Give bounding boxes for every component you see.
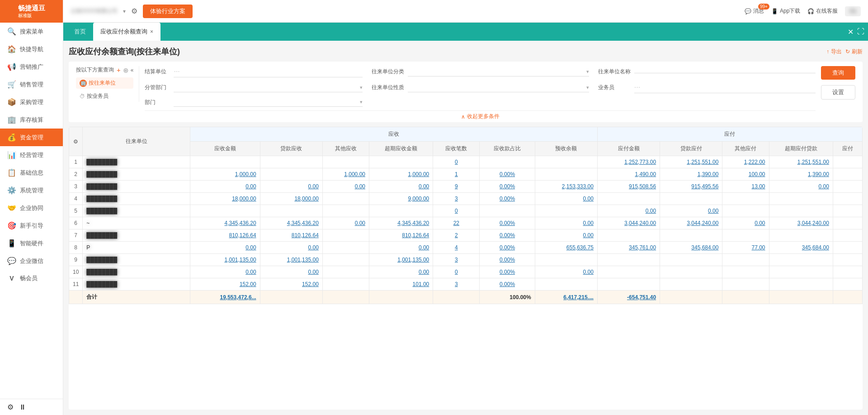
prepay-cell[interactable]: 0.00 — [535, 193, 597, 205]
refresh-button[interactable]: ↻ 刷新 — [845, 48, 863, 56]
recv-ratio-cell[interactable]: 0.00% — [480, 168, 535, 181]
recv-amount-cell[interactable]: 4,345,436.20 — [190, 217, 260, 229]
user-name[interactable]: Rit — [845, 6, 861, 16]
sidebar-item-hardware[interactable]: 📱 智能硬件 — [0, 234, 63, 252]
loan-recv-cell[interactable]: 1,001,135.00 — [260, 254, 322, 266]
loan-pay-cell[interactable]: 915,495.56 — [660, 181, 722, 193]
recv-amount-cell[interactable]: 1,000.00 — [190, 168, 260, 181]
close-window-icon[interactable]: ✕ — [848, 28, 854, 36]
scheme-salesman-item[interactable]: ⏱ 按业务员 — [76, 91, 133, 102]
other-recv-cell[interactable]: 1,000.00 — [322, 168, 369, 181]
recv-ratio-cell[interactable]: 0.00% — [480, 193, 535, 205]
tab-home[interactable]: 首页 — [67, 23, 93, 41]
recv-count-cell[interactable]: 4 — [433, 242, 480, 254]
recv-count-cell[interactable]: 3 — [433, 254, 480, 266]
other-pay-cell[interactable]: 100.00 — [722, 168, 769, 181]
prepay-cell[interactable]: 2,153,333.00 — [535, 181, 597, 193]
target-icon[interactable]: ◎ — [123, 67, 128, 73]
overdue-recv-cell[interactable]: 4,345,436.20 — [369, 217, 433, 229]
add-scheme-icon[interactable]: + — [117, 66, 121, 74]
sidebar-item-quicknav[interactable]: 🏠 快捷导航 — [0, 40, 63, 58]
other-pay-cell[interactable]: 77.00 — [722, 242, 769, 254]
sidebar-item-collab[interactable]: 🤝 企业协同 — [0, 199, 63, 217]
scheme-partner-item[interactable]: 🏢 按往来单位 — [76, 77, 133, 89]
recv-ratio-cell[interactable]: 0.00% — [480, 229, 535, 242]
sidebar-item-purchase[interactable]: 📦 采购管理 — [0, 93, 63, 111]
message-button[interactable]: 💬 消息 99+ — [745, 7, 764, 15]
sidebar-item-operations[interactable]: 📊 经营管理 — [0, 146, 63, 164]
recv-amount-cell[interactable]: 152.00 — [190, 278, 260, 291]
recv-amount-cell[interactable]: 1,001,135.00 — [190, 254, 260, 266]
recv-ratio-cell[interactable]: 0.00% — [480, 217, 535, 229]
recv-amount-cell[interactable]: 810,126.64 — [190, 229, 260, 242]
loan-pay-cell[interactable]: 345,684.00 — [660, 242, 722, 254]
recv-count-cell[interactable]: 22 — [433, 217, 480, 229]
sidebar-item-sales[interactable]: 🛒 销售管理 — [0, 76, 63, 93]
loan-pay-cell[interactable]: 1,390.00 — [660, 168, 722, 181]
footer-pay-amount[interactable]: -654,751.40 — [597, 291, 660, 304]
prepay-cell[interactable]: 0.00 — [535, 266, 597, 278]
overdue-recv-cell[interactable]: 101.00 — [369, 278, 433, 291]
loan-recv-cell[interactable]: 152.00 — [260, 278, 322, 291]
export-button[interactable]: ↑ 导出 — [826, 48, 842, 56]
settlement-unit-input[interactable]: ··· — [174, 66, 362, 77]
overdue-pay-cell[interactable]: 1,251,551.00 — [769, 156, 833, 168]
sidebar-item-marketing[interactable]: 📢 营销推广 — [0, 58, 63, 76]
dept-manager-input[interactable]: ▾ — [174, 83, 362, 92]
recv-count-cell[interactable]: 9 — [433, 181, 480, 193]
recv-amount-cell[interactable]: 0.00 — [190, 181, 260, 193]
maximize-window-icon[interactable]: ⛶ — [857, 28, 864, 36]
sidebar-item-member[interactable]: V 畅会员 — [0, 270, 63, 287]
recv-ratio-cell[interactable]: 0.00% — [480, 254, 535, 266]
recv-count-cell[interactable]: 0 — [433, 205, 480, 217]
recv-ratio-cell[interactable]: 0.00% — [480, 278, 535, 291]
partner-name-input[interactable] — [634, 70, 816, 73]
other-pay-cell[interactable]: 13.00 — [722, 181, 769, 193]
pay-amount-cell[interactable]: 345,761.00 — [597, 242, 660, 254]
settings-icon[interactable]: ⚙ — [7, 403, 14, 411]
sidebar-item-system[interactable]: ⚙️ 系统管理 — [0, 181, 63, 199]
recv-amount-cell[interactable]: 18,000.00 — [190, 193, 260, 205]
loan-recv-cell[interactable]: 0.00 — [260, 242, 322, 254]
recv-ratio-cell[interactable]: 0.00% — [480, 181, 535, 193]
recv-count-cell[interactable]: 0 — [433, 156, 480, 168]
other-recv-cell[interactable]: 0.00 — [322, 181, 369, 193]
other-pay-cell[interactable]: 1,222.00 — [722, 156, 769, 168]
recv-ratio-cell[interactable]: 0.00% — [480, 266, 535, 278]
overdue-recv-cell[interactable]: 0.00 — [369, 266, 433, 278]
settings-col-header[interactable]: ⚙ — [69, 127, 83, 156]
pay-amount-cell[interactable]: 1,490.00 — [597, 168, 660, 181]
loan-pay-cell[interactable]: 1,251,551.00 — [660, 156, 722, 168]
tab-close-icon[interactable]: × — [150, 29, 153, 35]
collapse-button[interactable]: ∧ 收起更多条件 — [461, 113, 500, 120]
collapse-icon[interactable]: ⏸ — [19, 403, 26, 411]
footer-prepay[interactable]: 6,417,215.... — [535, 291, 597, 304]
other-pay-cell[interactable]: 0.00 — [722, 217, 769, 229]
overdue-pay-cell[interactable]: 0.00 — [769, 181, 833, 193]
partner-category-input[interactable]: ▾ — [408, 67, 589, 76]
recv-count-cell[interactable]: 3 — [433, 193, 480, 205]
loan-recv-cell[interactable]: 810,126.64 — [260, 229, 322, 242]
recv-amount-cell[interactable]: 0.00 — [190, 242, 260, 254]
loan-recv-cell[interactable]: 0.00 — [260, 181, 322, 193]
prepay-cell[interactable]: 0.00 — [535, 217, 597, 229]
prepay-cell[interactable]: 0.00 — [535, 229, 597, 242]
overdue-pay-cell[interactable]: 1,390.00 — [769, 168, 833, 181]
app-download-button[interactable]: 📱 App下载 — [771, 7, 800, 15]
chevron-down-icon[interactable]: ▾ — [123, 8, 126, 14]
overdue-recv-cell[interactable]: 0.00 — [369, 242, 433, 254]
sidebar-item-inventory[interactable]: 🏢 库存核算 — [0, 111, 63, 129]
recv-count-cell[interactable]: 1 — [433, 168, 480, 181]
loan-recv-cell[interactable]: 4,345,436.20 — [260, 217, 322, 229]
pay-amount-cell[interactable]: 1,252,773.00 — [597, 156, 660, 168]
recv-count-cell[interactable]: 0 — [433, 266, 480, 278]
pay-amount-cell[interactable]: 915,508.56 — [597, 181, 660, 193]
online-service-button[interactable]: 🎧 在线客服 — [807, 7, 838, 15]
overdue-pay-cell[interactable]: 345,684.00 — [769, 242, 833, 254]
sidebar-item-search[interactable]: 🔍 搜索菜单 — [0, 23, 63, 40]
salesman-input[interactable]: ··· — [634, 82, 816, 93]
sidebar-item-finance[interactable]: 💰 资金管理 — [0, 129, 63, 146]
promo-button[interactable]: 体验行业方案 — [143, 5, 193, 18]
table-container[interactable]: ⚙ 往来单位 应收 应付 — [69, 127, 863, 410]
topbar-gear-icon[interactable]: ⚙ — [131, 7, 137, 15]
